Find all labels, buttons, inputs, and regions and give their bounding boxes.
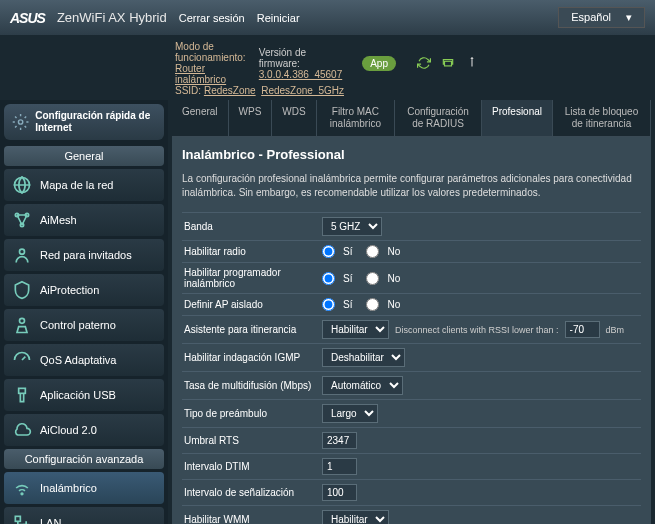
language-select[interactable]: Español▾: [558, 7, 645, 28]
tab-wps[interactable]: WPS: [229, 100, 273, 136]
label-sched: Habilitar programador inalámbrico: [182, 267, 322, 289]
tab-lista-de-bloqueo-de-itinerancia[interactable]: Lista de bloqueo de itinerancia: [553, 100, 651, 136]
nav-control-paterno[interactable]: Control paterno: [4, 309, 164, 341]
svg-point-1: [471, 57, 473, 59]
rssi-input[interactable]: [565, 321, 600, 338]
svg-point-2: [18, 120, 22, 124]
radio-yes[interactable]: [322, 245, 335, 258]
nav-aplicación-usb[interactable]: Aplicación USB: [4, 379, 164, 411]
label-beacon: Intervalo de señalización: [182, 487, 322, 498]
shield-icon: [12, 280, 32, 300]
nav-aimesh[interactable]: AiMesh: [4, 204, 164, 236]
label-igmp: Habilitar indagación IGMP: [182, 352, 322, 363]
label-mcast: Tasa de multidifusión (Mbps): [182, 380, 322, 391]
tab-profesional[interactable]: Profesional: [482, 100, 553, 136]
panel-desc: La configuración profesional inalámbrica…: [182, 172, 641, 200]
beacon-input[interactable]: [322, 484, 357, 501]
panel-title: Inalámbrico - Professional: [182, 147, 641, 162]
panel: Inalámbrico - Professional La configurac…: [172, 137, 651, 524]
tab-general[interactable]: General: [172, 100, 229, 136]
nav-lan[interactable]: LAN: [4, 507, 164, 524]
label-banda: Banda: [182, 221, 322, 232]
label-wmm: Habilitar WMM: [182, 514, 322, 524]
label-apiso: Definir AP aislado: [182, 299, 322, 310]
sched-yes[interactable]: [322, 272, 335, 285]
apiso-yes[interactable]: [322, 298, 335, 311]
band-select[interactable]: 5 GHZ: [322, 217, 382, 236]
map-icon: [12, 175, 32, 195]
svg-rect-11: [15, 516, 20, 521]
igmp-select[interactable]: Deshabilitar: [322, 348, 405, 367]
nav-aicloud-2.0[interactable]: AiCloud 2.0: [4, 414, 164, 446]
apiso-no[interactable]: [366, 298, 379, 311]
topbar: ASUS ZenWiFi AX Hybrid Cerrar sesión Rei…: [0, 0, 655, 35]
section-general: General: [4, 146, 164, 166]
qos-icon: [12, 350, 32, 370]
lan-icon: [12, 513, 32, 524]
brand-logo: ASUS: [10, 10, 45, 26]
firmware-link[interactable]: 3.0.0.4.386_45607: [259, 69, 342, 80]
label-roam: Asistente para itinerancia: [182, 324, 322, 335]
wmm-select[interactable]: Habilitar: [322, 510, 389, 524]
tab-configuración-de-radius[interactable]: Configuración de RADIUS: [395, 100, 482, 136]
nav-aiprotection[interactable]: AiProtection: [4, 274, 164, 306]
radio-no[interactable]: [366, 245, 379, 258]
svg-point-7: [20, 249, 25, 254]
app-badge[interactable]: App: [362, 56, 396, 71]
model-name: ZenWiFi AX Hybrid: [57, 10, 167, 25]
reboot-button[interactable]: Reiniciar: [257, 12, 300, 24]
nav-red-para-invitados[interactable]: Red para invitados: [4, 239, 164, 271]
printer-icon[interactable]: [440, 55, 456, 71]
tabs: GeneralWPSWDSFiltro MAC inalámbricoConfi…: [172, 100, 651, 137]
dtim-input[interactable]: [322, 458, 357, 475]
tab-wds[interactable]: WDS: [272, 100, 316, 136]
label-dtim: Intervalo DTIM: [182, 461, 322, 472]
svg-point-10: [21, 493, 23, 495]
rts-input[interactable]: [322, 432, 357, 449]
chevron-down-icon: ▾: [626, 11, 632, 23]
reload-icon[interactable]: [416, 55, 432, 71]
mesh-icon: [12, 210, 32, 230]
mcast-select[interactable]: Automático: [322, 376, 403, 395]
sched-no[interactable]: [366, 272, 379, 285]
logout-button[interactable]: Cerrar sesión: [179, 12, 245, 24]
roam-select[interactable]: Habilitar: [322, 320, 389, 339]
mode-link[interactable]: Router inalámbrico: [175, 63, 226, 85]
pream-select[interactable]: Largo: [322, 404, 378, 423]
content: GeneralWPSWDSFiltro MAC inalámbricoConfi…: [168, 100, 655, 524]
sidebar: Configuración rápida de Internet General…: [0, 100, 168, 524]
gear-icon: [12, 111, 29, 133]
nav-inalámbrico[interactable]: Inalámbrico: [4, 472, 164, 504]
label-rts: Umbral RTS: [182, 435, 322, 446]
usb-icon[interactable]: [464, 55, 480, 71]
svg-rect-9: [19, 388, 26, 393]
section-advanced: Configuración avanzada: [4, 449, 164, 469]
guest-icon: [12, 245, 32, 265]
svg-point-8: [20, 318, 25, 323]
cloud-icon: [12, 420, 32, 440]
label-radio: Habilitar radio: [182, 246, 322, 257]
tab-filtro-mac-inalámbrico[interactable]: Filtro MAC inalámbrico: [317, 100, 395, 136]
nav-qos-adaptativa[interactable]: QoS Adaptativa: [4, 344, 164, 376]
label-pream: Tipo de preámbulo: [182, 408, 322, 419]
usb-icon: [12, 385, 32, 405]
parent-icon: [12, 315, 32, 335]
quick-setup-button[interactable]: Configuración rápida de Internet: [4, 104, 164, 140]
svg-rect-0: [445, 61, 452, 66]
wifi-icon: [12, 478, 32, 498]
ssid1-link[interactable]: RedesZone: [204, 85, 256, 96]
nav-mapa-de-la-red[interactable]: Mapa de la red: [4, 169, 164, 201]
info-bar: Modo de funcionamiento: Router inalámbri…: [0, 35, 655, 100]
ssid2-link[interactable]: RedesZone_5GHz: [261, 85, 344, 96]
